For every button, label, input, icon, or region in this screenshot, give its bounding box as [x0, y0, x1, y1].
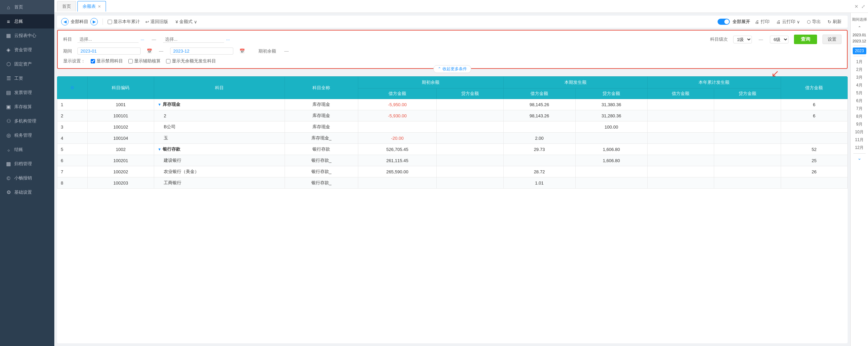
sidebar-item-archive[interactable]: ▩ 归档管理: [0, 157, 54, 171]
month-item-8[interactable]: 8月: [853, 113, 866, 120]
sidebar-item-expense[interactable]: © 小畅报销: [0, 171, 54, 185]
row-name[interactable]: 农业银行（美金）: [154, 166, 285, 177]
period-label: 期间: [63, 48, 72, 54]
nav-next-btn[interactable]: ▶: [90, 18, 98, 25]
row-ending-debit: 6: [781, 110, 847, 121]
collapse-button[interactable]: ⌃ 收起更多条件: [433, 65, 471, 73]
period-year-header[interactable]: ⌃: [856, 24, 863, 32]
month-item-10[interactable]: 10月: [853, 128, 866, 136]
sidebar-item-settlement[interactable]: ⬦ 结账: [0, 142, 54, 157]
period-from-input[interactable]: [77, 47, 141, 55]
row-name[interactable]: 建设银行: [154, 155, 285, 166]
settlement-icon: ⬦: [5, 147, 12, 153]
expand-icon[interactable]: ▼: [158, 102, 161, 107]
row-current-credit: 100.00: [575, 121, 647, 133]
window-close-icon[interactable]: ✕: [854, 4, 858, 9]
row-ytd-credit: [714, 166, 781, 177]
table-body: 1 1001 ▼库存现金 库存现金 -5,950.00 98,145.26 31…: [57, 99, 848, 189]
table-header-row: ⚙ 科目编码 科目 科目全称 期初余额 本期发生额 本年累计发生额 借方金额: [57, 77, 848, 89]
nav-prev-btn[interactable]: ◀: [61, 18, 69, 25]
month-item-3[interactable]: 3月: [853, 74, 866, 81]
th-ytd: 本年累计发生额: [647, 77, 781, 89]
sidebar-item-multiorg[interactable]: ⚇ 多机构管理: [0, 114, 54, 128]
sidebar-item-reports[interactable]: ▦ 云报表中心: [0, 28, 54, 43]
tab-home[interactable]: 首页: [57, 1, 76, 12]
query-button[interactable]: 查询: [794, 35, 817, 44]
sidebar-item-tax[interactable]: ◎ 税务管理: [0, 128, 54, 142]
month-item-12[interactable]: 12月: [853, 144, 866, 152]
row-name[interactable]: B公司: [154, 121, 285, 133]
content: ◀ 全部科目 ▶ 显示本年累计 ↩ 退回旧版 ¥ 金额式 ∨: [54, 13, 868, 346]
row-current-debit: 2.00: [503, 133, 575, 144]
cb3-label[interactable]: 显示无余额无发生科目: [166, 58, 216, 64]
filter-row-2: 期间 📅 — 📅 期初余额 —: [63, 47, 842, 55]
level-from-select[interactable]: 1级: [733, 36, 752, 43]
print-btn[interactable]: 🖨 打印: [753, 18, 772, 26]
month-item-4[interactable]: 4月: [853, 81, 866, 89]
row-name[interactable]: ▼库存现金: [154, 99, 285, 110]
month-item-7[interactable]: 7月: [853, 105, 866, 113]
cb1-label[interactable]: 显示禁用科目: [91, 58, 123, 64]
cb2-text: 显示辅助核算: [134, 58, 161, 64]
month-item-1[interactable]: 1月: [853, 58, 866, 66]
tax-icon: ◎: [5, 132, 12, 138]
row-name[interactable]: 工商银行: [154, 177, 285, 189]
month-item-9[interactable]: 9月: [853, 120, 866, 128]
level-to-select[interactable]: 6级: [770, 36, 789, 43]
table-settings-icon[interactable]: ⚙: [70, 85, 74, 90]
refresh-icon: ↻: [828, 19, 831, 24]
expand-icon[interactable]: ▼: [158, 147, 161, 151]
month-item-2[interactable]: 2月: [853, 66, 866, 74]
row-ending-debit: [781, 121, 847, 133]
sidebar-item-assets[interactable]: ⬡ 固定资产: [0, 57, 54, 71]
sidebar-item-funds[interactable]: ◈ 资金管理: [0, 43, 54, 57]
amount-format-btn[interactable]: ¥ 金额式 ∨: [174, 18, 199, 26]
export-btn[interactable]: ⬡ 导出: [805, 18, 823, 26]
expand-all-toggle[interactable]: [718, 19, 730, 25]
row-opening-debit: -5,930.00: [358, 110, 437, 121]
th-opening-credit: 贷方金额: [437, 89, 503, 99]
row-current-credit: [575, 166, 647, 177]
sidebar-item-label: 首页: [14, 4, 23, 10]
row-name[interactable]: 2: [154, 110, 285, 121]
window-maximize-icon[interactable]: ⤢: [861, 4, 865, 9]
show-cumulative-label[interactable]: 显示本年累计: [108, 19, 140, 25]
month-item-6[interactable]: 6月: [853, 97, 866, 105]
tab-balance[interactable]: 余额表 ✕: [77, 1, 106, 12]
month-item-5[interactable]: 5月: [853, 89, 866, 97]
th-fullname: 科目全称: [285, 77, 358, 99]
expand-collapse-btn[interactable]: ⌄: [857, 155, 862, 161]
sidebar-item-salary[interactable]: ☰ 工资: [0, 71, 54, 85]
sidebar-item-settings[interactable]: ⚙ 基础设置: [0, 185, 54, 199]
cal-icon1[interactable]: 📅: [147, 49, 152, 54]
cb2-checkbox[interactable]: [128, 59, 133, 63]
row-name[interactable]: 玉: [154, 133, 285, 144]
row-code: 100202: [87, 166, 154, 177]
cb2-label[interactable]: 显示辅助核算: [128, 58, 161, 64]
subject-input2[interactable]: [163, 36, 224, 43]
th-settings[interactable]: ⚙: [57, 77, 88, 99]
row-name[interactable]: ▼银行存款: [154, 144, 285, 155]
show-cumulative-checkbox[interactable]: [108, 20, 112, 24]
cb3-checkbox[interactable]: [166, 59, 170, 63]
refresh-btn[interactable]: ↻ 刷新: [826, 18, 844, 26]
month-item-11[interactable]: 11月: [853, 136, 866, 144]
sidebar-item-ledger[interactable]: ≡ 总账: [0, 14, 54, 28]
sidebar-item-inventory[interactable]: ▣ 库存核算: [0, 100, 54, 114]
settings-button[interactable]: 设置: [822, 35, 842, 44]
sidebar-item-home[interactable]: ⌂ 首页: [0, 0, 54, 14]
cloud-print-btn[interactable]: 🖨 云打印 ∨: [774, 18, 802, 26]
sidebar-item-invoice[interactable]: ▤ 发票管理: [0, 85, 54, 100]
period-year-badge[interactable]: 2023: [853, 47, 866, 54]
th-ytd-credit: 贷方金额: [714, 89, 781, 99]
subject-dots1[interactable]: ···: [141, 37, 144, 42]
period-to-input[interactable]: [170, 47, 233, 55]
back-old-version-btn[interactable]: ↩ 退回旧版: [143, 18, 170, 26]
tab-balance-close[interactable]: ✕: [98, 4, 101, 9]
export-icon: ⬡: [807, 19, 811, 24]
cb1-checkbox[interactable]: [91, 59, 95, 63]
cal-icon2[interactable]: 📅: [239, 49, 245, 54]
subject-input1[interactable]: [77, 36, 139, 43]
subject-dots2[interactable]: ···: [226, 37, 230, 42]
row-code: 100201: [87, 155, 154, 166]
